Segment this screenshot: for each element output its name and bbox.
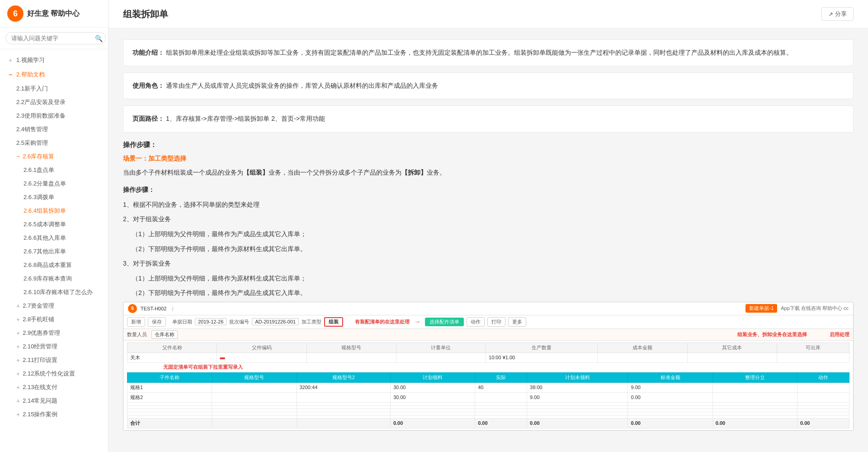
sidebar-item-2-5[interactable]: 2.5采购管理 <box>0 136 108 150</box>
upper-cell-unit <box>396 352 486 362</box>
sidebar-item-2-6-4[interactable]: 2.6.4组装拆卸单 <box>0 204 108 218</box>
sidebar-item-2-3[interactable]: 2.3使用前数据准备 <box>0 109 108 123</box>
footer-v7: 0.00 <box>712 418 797 428</box>
step2-2: （2）下部明细为子件明细，最终作为原材料生成其它出库单。 <box>132 243 854 255</box>
sidebar-item-label: 2.9优惠券管理 <box>23 329 60 337</box>
path-label: 页面路径： <box>132 115 164 122</box>
lower-cell-4-7 <box>712 405 797 409</box>
lower-cell-6-1 <box>212 412 297 415</box>
sidebar-item-2-13[interactable]: + 2.13在线支付 <box>0 381 108 394</box>
lower-th-4: 实际 <box>475 372 527 382</box>
lower-cell-6-0 <box>127 412 212 415</box>
lower-cell-1-5: 38:00 <box>527 382 628 392</box>
upper-table: 父件名称 父件编码 规格型号 计量单位 生产数量 成本金额 其它成本 可出库 <box>127 343 849 363</box>
sidebar-item-2-6-1[interactable]: 2.6.1盘点单 <box>0 163 108 177</box>
sidebar-item-2-9[interactable]: + 2.9优惠券管理 <box>0 326 108 340</box>
lower-cell-5-1 <box>212 409 297 412</box>
upper-th-6: 其它成本 <box>687 343 777 352</box>
sidebar-item-label: 1.视频学习 <box>16 56 45 64</box>
lower-cell-2-2 <box>297 392 390 402</box>
sidebar-item-2-6-9[interactable]: 2.6.9库存账本查询 <box>0 272 108 285</box>
confirm-config-btn[interactable]: 选择配件清单 <box>425 318 464 326</box>
sidebar-item-2-6[interactable]: − 2.6库存核算 <box>0 150 108 163</box>
sidebar-item-2-6-10[interactable]: 2.6.10库存账本错了怎么办 <box>0 285 108 299</box>
lower-cell-2-8 <box>797 392 849 402</box>
app-main-toolbar: 新增 保存 单据日期 2019-12-26 批次编号 AD-20191226-0… <box>123 315 853 329</box>
lower-cell-1-1 <box>212 382 297 392</box>
upper-th-3: 计量单位 <box>396 343 486 352</box>
sidebar-item-2-12[interactable]: + 2.12系统个性化设置 <box>0 367 108 381</box>
type-field-label: 加工类型 <box>302 319 321 325</box>
date-field-value[interactable]: 2019-12-26 <box>195 318 226 325</box>
quantity-label: 数量人员 <box>127 331 147 338</box>
upper-cell-qty: 10:00 ¥1.00 <box>486 352 598 362</box>
sidebar-item-2-6-3[interactable]: 2.6.3调拨单 <box>0 190 108 204</box>
lower-cell-6-7 <box>712 412 797 415</box>
sidebar-item-help[interactable]: − 2.帮助文档 <box>0 67 108 82</box>
sidebar-item-2-10[interactable]: + 2.10经营管理 <box>0 340 108 353</box>
sidebar-item-2-1[interactable]: 2.1新手入门 <box>0 82 108 95</box>
sidebar-item-2-7[interactable]: + 2.7资金管理 <box>0 299 108 313</box>
upper-table-row: 关木 10:00 ¥1.00 <box>127 352 849 362</box>
new-order-button[interactable]: 新建单据-1 <box>745 304 777 313</box>
more-btn[interactable]: 更多 <box>508 317 526 327</box>
lower-row-7 <box>127 415 849 418</box>
expand-icon-2-8: + <box>16 316 20 323</box>
lower-cell-4-2 <box>297 405 390 409</box>
scenario-desc: 当由多个子件材料组装成一个成品的业务为【组装】业务，当由一个父件拆分成多个子产品… <box>123 167 854 179</box>
type-field-value[interactable]: 组装 <box>324 317 343 327</box>
sidebar-item-2-6-8[interactable]: 2.6.8商品成本重算 <box>0 258 108 272</box>
topbar-right-icons: App下载 在线咨询 帮助中心 cc <box>781 305 849 312</box>
footer-v1 <box>212 418 297 428</box>
sidebar-item-label: 2.8手机旺铺 <box>23 315 54 324</box>
annotation-4: 无固定清单可在组装下拉里重写录入 <box>163 364 849 371</box>
main-header: 组装拆卸单 ↗ 分享 <box>108 0 868 29</box>
sidebar-item-2-14[interactable]: + 2.14常见问题 <box>0 394 108 408</box>
sidebar-item-label: 2.13在线支付 <box>23 383 57 391</box>
app-save-new-btn[interactable]: 新增 <box>127 317 145 327</box>
lower-th-7: 整理分立 <box>712 372 797 382</box>
sidebar-item-2-6-2[interactable]: 2.6.2分量盘点单 <box>0 177 108 190</box>
sidebar-item-2-2[interactable]: 2.2产品安装及登录 <box>0 95 108 109</box>
lower-cell-1-0: 规格1 <box>127 382 212 392</box>
sidebar-item-2-6-5[interactable]: 2.6.5成本调整单 <box>0 218 108 231</box>
sidebar-item-2-6-7[interactable]: 2.6.7其他出库单 <box>0 245 108 258</box>
search-button[interactable]: 🔍 <box>95 35 103 42</box>
annotation-2: 组装业务、拆卸业务在这里选择 <box>737 331 807 338</box>
lower-th-0: 子件名称 <box>127 372 212 382</box>
screenshot-wrapper: 6 TEST-H002 | 新建单据-1 App下载 在线咨询 帮助中心 cc … <box>123 302 854 431</box>
search-input[interactable] <box>5 32 106 44</box>
sidebar-item-2-6-6[interactable]: 2.6.6其他入库单 <box>0 231 108 245</box>
date-field-label: 单据日期 <box>172 319 192 325</box>
upper-cell-avail <box>777 352 849 362</box>
footer-v4: 0.00 <box>475 418 527 428</box>
lower-cell-3-3 <box>390 402 475 405</box>
expand-icon-2-10: + <box>16 343 20 350</box>
upper-table-container: 父件名称 父件编码 规格型号 计量单位 生产数量 成本金额 其它成本 可出库 <box>123 341 853 372</box>
lower-cell-5-8 <box>797 409 849 412</box>
upper-cell-code <box>217 352 307 362</box>
page-title: 组装拆卸单 <box>123 8 168 20</box>
print-btn[interactable]: 打印 <box>487 317 505 327</box>
sidebar-item-video[interactable]: + 1.视频学习 <box>0 53 108 67</box>
lower-row-6 <box>127 412 849 415</box>
sidebar-item-2-11[interactable]: + 2.11打印设置 <box>0 353 108 367</box>
collapse-icon: − <box>7 71 14 78</box>
share-button[interactable]: ↗ 分享 <box>821 7 854 21</box>
lower-th-5: 计划未领料 <box>527 372 628 382</box>
sidebar-item-2-15[interactable]: + 2.15操作案例 <box>0 408 108 421</box>
upper-th-2: 规格型号 <box>307 343 396 352</box>
lower-cell-4-3 <box>390 405 475 409</box>
function-intro-text: 组装拆卸单用来处理企业组装或拆卸等加工业务，支持有固定装配清单的产品加工业务，也… <box>166 49 793 56</box>
app-save-btn[interactable]: 保存 <box>148 317 166 327</box>
search-box[interactable]: 🔍 <box>0 28 108 49</box>
quantity-value[interactable]: 仓库名称 <box>151 330 178 339</box>
lower-cell-2-0: 规格2 <box>127 392 212 402</box>
path-block: 页面路径： 1、库存核算->库存管理->组装拆卸单 2、首页->常用功能 <box>123 105 854 132</box>
action-btn[interactable]: 动作 <box>467 317 485 327</box>
upper-th-5: 成本金额 <box>598 343 687 352</box>
no-field-value[interactable]: AD-20191226-001 <box>252 318 299 325</box>
sidebar-item-2-8[interactable]: + 2.8手机旺铺 <box>0 313 108 326</box>
upper-cell-cost <box>598 352 687 362</box>
sidebar-item-2-4[interactable]: 2.4销售管理 <box>0 123 108 136</box>
